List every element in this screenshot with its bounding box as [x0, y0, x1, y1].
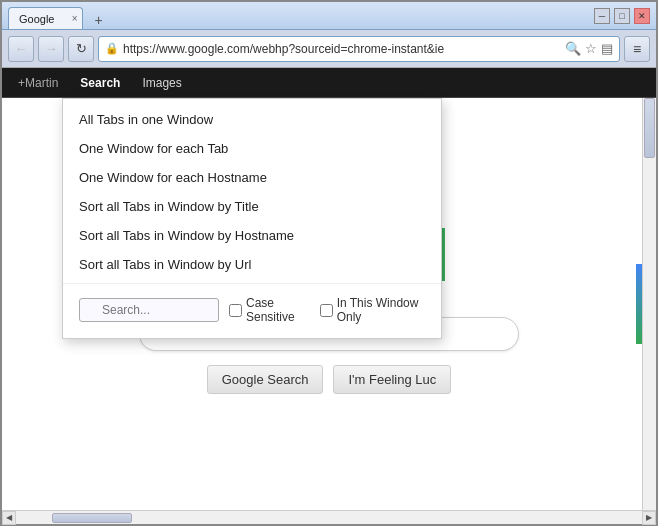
tab-strip: Google × +	[8, 2, 107, 29]
tab-close-btn[interactable]: ×	[72, 13, 78, 24]
browser-window: Google × + ─ □ ✕ ← → ↻ 🔒 https://www.goo…	[0, 0, 658, 526]
case-sensitive-text: Case Sensitive	[246, 296, 310, 324]
maximize-btn[interactable]: □	[614, 8, 630, 24]
tab-title: Google	[19, 13, 54, 25]
scroll-right-btn[interactable]: ▶	[642, 511, 656, 525]
scrollbar-thumb[interactable]	[644, 98, 655, 158]
minimize-btn[interactable]: ─	[594, 8, 610, 24]
dropdown-item-1[interactable]: One Window for each Tab	[63, 134, 441, 163]
active-tab[interactable]: Google ×	[8, 7, 83, 29]
ssl-icon: 🔒	[105, 42, 119, 55]
horizontal-scrollbar[interactable]: ◀ ▶	[2, 510, 656, 524]
case-sensitive-checkbox[interactable]	[229, 304, 242, 317]
color-strip	[636, 264, 642, 344]
window-controls: ─ □ ✕	[594, 8, 650, 24]
dropdown-item-5[interactable]: Sort all Tabs in Window by Url	[63, 250, 441, 279]
in-window-text: In This Window Only	[337, 296, 425, 324]
page-menu-icon[interactable]: ▤	[601, 41, 613, 56]
dropdown-item-3[interactable]: Sort all Tabs in Window by Title	[63, 192, 441, 221]
google-buttons: Google Search I'm Feeling Luc	[207, 365, 451, 394]
bookmarks-images[interactable]: Images	[134, 73, 189, 93]
address-bar[interactable]: 🔒 https://www.google.com/webhp?sourceid=…	[98, 36, 620, 62]
dropdown-item-0[interactable]: All Tabs in one Window	[63, 105, 441, 134]
reload-button[interactable]: ↻	[68, 36, 94, 62]
in-window-label[interactable]: In This Window Only	[320, 296, 425, 324]
feeling-lucky-button[interactable]: I'm Feeling Luc	[333, 365, 451, 394]
close-btn[interactable]: ✕	[634, 8, 650, 24]
forward-button[interactable]: →	[38, 36, 64, 62]
star-icon[interactable]: ☆	[585, 41, 597, 56]
back-button[interactable]: ←	[8, 36, 34, 62]
case-sensitive-label[interactable]: Case Sensitive	[229, 296, 310, 324]
dropdown-item-2[interactable]: One Window for each Hostname	[63, 163, 441, 192]
bookmarks-martin[interactable]: +Martin	[10, 73, 66, 93]
chrome-menu-button[interactable]: ≡	[624, 36, 650, 62]
address-icons: 🔍 ☆ ▤	[565, 41, 613, 56]
vertical-scrollbar[interactable]	[642, 98, 656, 510]
dropdown-search-row: 🔍 Case Sensitive In This Window Only	[63, 288, 441, 332]
dropdown-item-4[interactable]: Sort all Tabs in Window by Hostname	[63, 221, 441, 250]
navigation-bar: ← → ↻ 🔒 https://www.google.com/webhp?sou…	[2, 30, 656, 68]
in-window-checkbox[interactable]	[320, 304, 333, 317]
bookmarks-search[interactable]: Search	[72, 73, 128, 93]
scroll-left-btn[interactable]: ◀	[2, 511, 16, 525]
title-bar: Google × + ─ □ ✕	[2, 2, 656, 30]
search-input-wrap: 🔍	[79, 298, 219, 322]
dropdown-search-input[interactable]	[79, 298, 219, 322]
google-search-button[interactable]: Google Search	[207, 365, 324, 394]
new-tab-button[interactable]: +	[89, 11, 107, 29]
h-scrollbar-thumb[interactable]	[52, 513, 132, 523]
search-icon[interactable]: 🔍	[565, 41, 581, 56]
dropdown-divider	[63, 283, 441, 284]
dropdown-menu: All Tabs in one Window One Window for ea…	[62, 98, 442, 339]
address-text: https://www.google.com/webhp?sourceid=ch…	[123, 42, 561, 56]
bookmarks-bar: +Martin Search Images All Tabs in one Wi…	[2, 68, 656, 98]
